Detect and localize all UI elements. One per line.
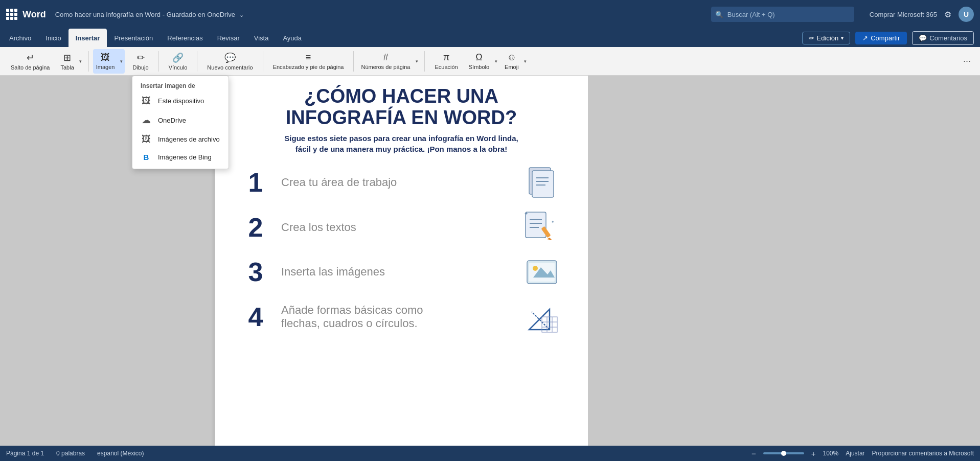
- zoom-adjust-button[interactable]: Ajustar: [846, 450, 864, 457]
- vinculo-button[interactable]: 🔗 Vínculo: [163, 49, 193, 74]
- insert-image-icon: [523, 253, 561, 291]
- dropdown-header: Insertar imagen de: [132, 79, 229, 91]
- nuevo-comentario-icon: 💬: [224, 52, 236, 63]
- insert-from-archivo-item[interactable]: 🖼 Imágenes de archivo: [132, 130, 229, 149]
- salto-pagina-label: Salto de página: [11, 64, 50, 71]
- search-icon: 🔍: [715, 11, 723, 18]
- insert-from-bing-item[interactable]: B Imágenes de Bing: [132, 149, 229, 166]
- ecuacion-icon: π: [443, 52, 449, 63]
- infographic: ¿CÓMO HACER UNAINFOGRAFÍA EN WORD? Sigue…: [230, 76, 573, 348]
- simbolo-dropdown-arrow[interactable]: ▾: [492, 49, 499, 74]
- nuevo-comentario-button[interactable]: 💬 Nuevo comentario: [201, 49, 258, 74]
- infographic-icon-3: [516, 253, 567, 291]
- imagen-dropdown-arrow[interactable]: ▾: [118, 49, 125, 74]
- tabla-button[interactable]: ⊞ Tabla: [57, 49, 77, 74]
- numeros-icon: #: [383, 52, 388, 63]
- document-title: Como hacer una infografía en Word - Guar…: [55, 11, 696, 18]
- app-name: Word: [22, 9, 46, 20]
- zoom-slider[interactable]: [763, 452, 804, 454]
- emoji-dropdown-arrow[interactable]: ▾: [522, 49, 529, 74]
- emoji-icon: ☺: [507, 52, 516, 63]
- salto-pagina-button[interactable]: ↵ Salto de página: [5, 49, 55, 74]
- onedrive-dropdown-arrow[interactable]: ⌄: [239, 12, 244, 18]
- infographic-subtitle: Sigue estos siete pasos para crear una i…: [235, 133, 567, 154]
- ecuacion-button[interactable]: π Ecuación: [429, 49, 463, 74]
- statusbar-right: − + 100% Ajustar Proporcionar comentario…: [751, 449, 974, 458]
- more-commands-button[interactable]: ···: [959, 54, 975, 68]
- infographic-icon-2: ✦ ✦: [516, 207, 567, 248]
- numeros-dropdown-arrow[interactable]: ▾: [413, 49, 420, 74]
- numeros-button[interactable]: # Números de página: [358, 49, 413, 74]
- search-wrap: 🔍: [711, 7, 854, 22]
- archivo-icon: 🖼: [141, 134, 152, 145]
- document-page: ¿CÓMO HACER UNAINFOGRAFÍA EN WORD? Sigue…: [215, 76, 588, 446]
- device-icon: 🖼: [141, 96, 152, 106]
- emoji-button[interactable]: ☺ Emoji: [502, 49, 522, 74]
- share-button[interactable]: ↗ Compartir: [855, 32, 907, 44]
- avatar[interactable]: U: [959, 7, 974, 22]
- zoom-in-button[interactable]: +: [811, 449, 816, 458]
- tab-ayuda[interactable]: Ayuda: [276, 29, 309, 47]
- feedback-label[interactable]: Proporcionar comentarios a Microsoft: [872, 450, 974, 457]
- tab-inicio[interactable]: Inicio: [38, 29, 68, 47]
- comments-button[interactable]: 💬 Comentarios: [912, 31, 974, 45]
- ribbon-toolbar: ↵ Salto de página ⊞ Tabla ▾ 🖼 Imagen ▾ I…: [0, 47, 980, 76]
- infographic-item-3: 3 Inserta las imágenes: [235, 253, 567, 291]
- tab-revisar[interactable]: Revisar: [210, 29, 247, 47]
- word-count: 0 palabras: [56, 450, 85, 457]
- separator-4: [263, 51, 263, 72]
- infographic-icon-4: [516, 296, 567, 337]
- insert-from-device-item[interactable]: 🖼 Este dispositivo: [132, 91, 229, 110]
- tab-vista[interactable]: Vista: [247, 29, 276, 47]
- apps-grid-icon[interactable]: [6, 9, 17, 20]
- tab-archivo[interactable]: Archivo: [2, 29, 38, 47]
- tabla-dropdown-arrow[interactable]: ▾: [77, 49, 84, 74]
- encabezado-button[interactable]: ≡ Encabezado y pie de página: [267, 49, 350, 74]
- tab-referencias[interactable]: Referencias: [160, 29, 210, 47]
- infographic-text-1: Crea tu área de trabajo: [276, 176, 516, 189]
- zoom-out-button[interactable]: −: [751, 449, 756, 458]
- tab-presentacion[interactable]: Presentación: [107, 29, 160, 47]
- bing-icon: B: [141, 153, 152, 162]
- titlebar-right: Comprar Microsoft 365 ⚙ U: [870, 7, 974, 22]
- page-info: Página 1 de 1: [6, 450, 44, 457]
- edit-mode-button[interactable]: ✏ Edición ▾: [802, 32, 851, 44]
- simbolo-split-button: Ω Símbolo ▾: [466, 49, 499, 74]
- infographic-text-3: Inserta las imágenes: [276, 265, 516, 279]
- svg-point-16: [533, 266, 538, 271]
- imagen-icon: 🖼: [101, 52, 110, 63]
- simbolo-button[interactable]: Ω Símbolo: [466, 49, 492, 74]
- comprar-btn[interactable]: Comprar Microsoft 365: [870, 11, 937, 18]
- emoji-split-button: ☺ Emoji ▾: [502, 49, 529, 74]
- infographic-number-1: 1: [235, 167, 276, 198]
- insert-from-onedrive-item[interactable]: ☁ OneDrive: [132, 110, 229, 130]
- right-gutter: [588, 76, 980, 446]
- infographic-icon-1: [516, 164, 567, 202]
- dibujo-button[interactable]: ✏ Dibujo: [127, 49, 154, 74]
- separator-3: [197, 51, 197, 72]
- infographic-item-4: 4 Añade formas básicas comoflechas, cuad…: [235, 296, 567, 337]
- salto-pagina-icon: ↵: [27, 52, 34, 63]
- separator-5: [353, 51, 354, 72]
- svg-rect-5: [526, 212, 546, 238]
- tab-insertar[interactable]: Insertar: [69, 29, 107, 47]
- tabla-icon: ⊞: [63, 52, 71, 63]
- imagen-button[interactable]: 🖼 Imagen: [93, 49, 118, 74]
- infographic-text-2: Crea los textos: [276, 221, 516, 234]
- vinculo-icon: 🔗: [172, 52, 184, 63]
- imagen-dropdown-menu: Insertar imagen de 🖼 Este dispositivo ☁ …: [132, 76, 229, 169]
- tabla-split-button: ⊞ Tabla ▾: [57, 49, 84, 74]
- infographic-number-4: 4: [235, 302, 276, 332]
- onedrive-icon: ☁: [141, 114, 152, 126]
- infographic-number-2: 2: [235, 212, 276, 243]
- svg-rect-1: [532, 171, 554, 197]
- simbolo-icon: Ω: [475, 52, 482, 63]
- separator-1: [88, 51, 89, 72]
- edit-icon: ✏: [809, 34, 814, 42]
- settings-icon[interactable]: ⚙: [944, 10, 951, 19]
- document-stack-icon: [523, 164, 561, 202]
- search-input[interactable]: [711, 7, 854, 22]
- text-edit-icon: ✦ ✦: [521, 207, 562, 248]
- zoom-slider-thumb: [781, 451, 786, 456]
- shapes-icon: [521, 296, 562, 337]
